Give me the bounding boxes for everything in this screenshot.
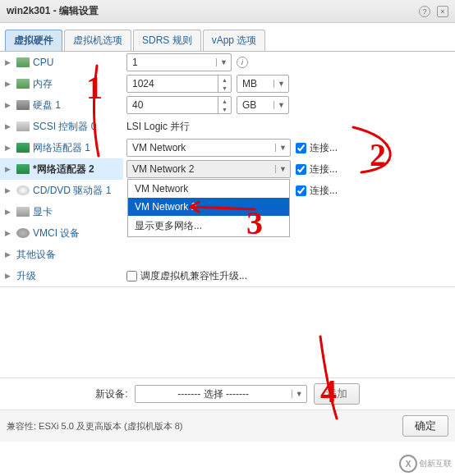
tab-vm-options[interactable]: 虚拟机选项 xyxy=(64,30,131,51)
net1-connect-checkbox[interactable]: 连接... xyxy=(296,141,338,155)
hardware-list: ▶CPU ▶内存 ▶硬盘 1 ▶SCSI 控制器 0 ▶网络适配器 1 ▶*网络… xyxy=(0,52,123,286)
expand-icon[interactable]: ▶ xyxy=(5,272,13,280)
expand-icon[interactable]: ▶ xyxy=(5,165,13,173)
chevron-down-icon: ▼ xyxy=(273,101,288,109)
compat-text: 兼容性: ESXi 5.0 及更高版本 (虚拟机版本 8) xyxy=(7,420,183,433)
expand-icon[interactable]: ▶ xyxy=(5,186,13,195)
net2-select[interactable]: VM Network 2▼ VM Network VM Network 2 显示… xyxy=(126,160,291,178)
upgrade-checkbox[interactable]: 调度虚拟机兼容性升级... xyxy=(126,269,247,283)
hardware-details: 1▼ i 1024▲▼ MB▼ 40▲▼ GB▼ LSI Logic 并行 VM… xyxy=(123,52,455,286)
expand-icon[interactable]: ▶ xyxy=(5,250,13,259)
add-button[interactable]: 添加 xyxy=(314,383,360,405)
expand-icon[interactable]: ▶ xyxy=(5,144,13,152)
chevron-down-icon: ▼ xyxy=(275,165,290,173)
memory-icon xyxy=(16,79,30,89)
hw-other[interactable]: ▶其他设备 xyxy=(0,244,123,265)
close-icon[interactable]: × xyxy=(437,6,448,17)
expand-icon[interactable]: ▶ xyxy=(5,58,13,66)
cpu-icon xyxy=(16,57,30,67)
disk-icon xyxy=(16,100,30,110)
hw-cddvd-1[interactable]: ▶CD/DVD 驱动器 1 xyxy=(0,180,123,201)
dropdown-item-selected[interactable]: VM Network 2 xyxy=(128,198,289,216)
net2-dropdown-list: VM Network VM Network 2 显示更多网络... xyxy=(127,179,290,237)
newdev-label: 新设备: xyxy=(95,387,127,401)
hw-upgrade[interactable]: ▶升级 xyxy=(0,265,123,286)
hw-scsi-0[interactable]: ▶SCSI 控制器 0 xyxy=(0,116,123,137)
expand-icon[interactable]: ▶ xyxy=(5,80,13,88)
hw-disk-1[interactable]: ▶硬盘 1 xyxy=(0,94,123,116)
hw-cpu[interactable]: ▶CPU xyxy=(0,52,123,73)
tab-virtual-hardware[interactable]: 虚拟硬件 xyxy=(5,30,62,51)
expand-icon[interactable]: ▶ xyxy=(5,122,13,130)
hw-vmci[interactable]: ▶VMCI 设备 xyxy=(0,222,123,244)
memory-input[interactable]: 1024▲▼ xyxy=(126,75,232,93)
dropdown-item[interactable]: 显示更多网络... xyxy=(128,216,289,236)
cd-icon xyxy=(16,185,30,195)
scsi-icon xyxy=(16,121,30,131)
tab-vapp-options[interactable]: vApp 选项 xyxy=(203,30,266,51)
memory-unit-select[interactable]: MB▼ xyxy=(237,75,289,93)
vmci-icon xyxy=(16,228,30,238)
network-icon xyxy=(16,143,30,153)
disk-input[interactable]: 40▲▼ xyxy=(126,96,232,114)
ok-button[interactable]: 确定 xyxy=(402,415,448,437)
scsi-text: LSI Logic 并行 xyxy=(126,120,190,134)
video-icon xyxy=(16,207,30,217)
newdev-select[interactable]: ------- 选择 -------▼ xyxy=(135,385,307,403)
help-icon[interactable]: ? xyxy=(419,6,430,17)
tab-sdrs-rules[interactable]: SDRS 规则 xyxy=(133,30,201,51)
chevron-down-icon: ▼ xyxy=(275,144,290,152)
expand-icon[interactable]: ▶ xyxy=(5,229,13,237)
window-title: win2k301 - 编辑设置 xyxy=(7,4,99,18)
cd-connect-checkbox[interactable]: 连接... xyxy=(296,184,338,198)
hw-memory[interactable]: ▶内存 xyxy=(0,73,123,94)
hw-net-2[interactable]: ▶*网络适配器 2 xyxy=(0,158,123,180)
net2-connect-checkbox[interactable]: 连接... xyxy=(296,162,338,176)
dropdown-item[interactable]: VM Network xyxy=(128,180,289,198)
network-icon xyxy=(16,164,30,174)
info-icon[interactable]: i xyxy=(237,57,248,68)
spinner-icon[interactable]: ▲▼ xyxy=(218,76,231,92)
watermark: X创新互联 xyxy=(399,455,452,473)
disk-unit-select[interactable]: GB▼ xyxy=(237,96,289,114)
hw-video[interactable]: ▶显卡 xyxy=(0,201,123,222)
chevron-down-icon: ▼ xyxy=(273,80,288,88)
hw-net-1[interactable]: ▶网络适配器 1 xyxy=(0,137,123,158)
spinner-icon[interactable]: ▲▼ xyxy=(218,97,231,113)
expand-icon[interactable]: ▶ xyxy=(5,208,13,216)
chevron-down-icon: ▼ xyxy=(216,58,231,66)
net1-select[interactable]: VM Network▼ xyxy=(126,139,291,157)
tabs: 虚拟硬件 虚拟机选项 SDRS 规则 vApp 选项 xyxy=(0,23,455,52)
chevron-down-icon: ▼ xyxy=(292,390,306,398)
expand-icon[interactable]: ▶ xyxy=(5,101,13,109)
cpu-select[interactable]: 1▼ xyxy=(126,53,232,71)
